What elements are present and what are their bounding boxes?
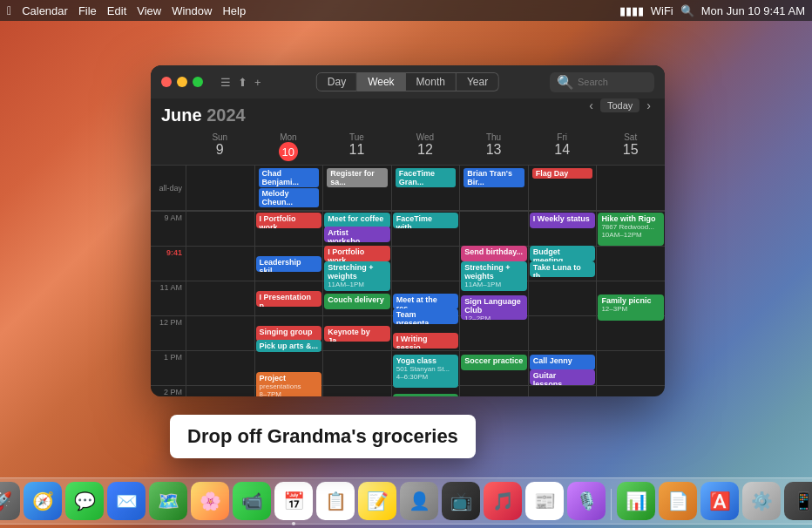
allday-event-register[interactable]: Register for sa... bbox=[327, 168, 388, 187]
appstore-icon: 🅰️ bbox=[709, 491, 731, 511]
day-header-tue: Tue 11 bbox=[322, 129, 391, 165]
col-sun bbox=[186, 211, 254, 396]
dock-item-pages[interactable]: 📄 bbox=[659, 482, 697, 520]
pages-icon: 📄 bbox=[667, 491, 689, 511]
allday-label: all-day bbox=[151, 166, 186, 210]
dock-item-messages[interactable]: 💬 bbox=[65, 482, 104, 520]
view-tabs: Day Week Month Year bbox=[316, 72, 499, 91]
event-facetime-with[interactable]: FaceTime with... bbox=[393, 213, 459, 228]
close-button[interactable] bbox=[161, 77, 172, 87]
dock-item-tv[interactable]: 📺 bbox=[442, 482, 480, 520]
tab-day[interactable]: Day bbox=[316, 72, 357, 91]
menu-window[interactable]: Window bbox=[172, 4, 212, 17]
event-portfolio-work-tue[interactable]: I Portfolio work... bbox=[324, 246, 390, 261]
window-controls bbox=[161, 77, 203, 87]
allday-sun bbox=[186, 166, 254, 210]
tv-icon: 📺 bbox=[450, 491, 472, 511]
dock-item-reminders[interactable]: 📋 bbox=[316, 482, 355, 520]
event-keynote-by-ja[interactable]: Keynote by Ja... bbox=[324, 326, 390, 342]
today-button[interactable]: Today bbox=[600, 98, 639, 112]
menu-edit[interactable]: Edit bbox=[107, 4, 126, 17]
event-budget-meeting[interactable]: Budget meeting bbox=[530, 246, 596, 261]
event-pick-up-arts[interactable]: Pick up arts &... bbox=[256, 340, 322, 352]
allday-sat bbox=[596, 166, 665, 210]
event-artist-workshop[interactable]: Artist worksho... bbox=[324, 227, 390, 242]
app-name[interactable]: Calendar bbox=[22, 4, 68, 17]
allday-thu: Brian Tran's Bir... bbox=[459, 166, 528, 210]
col-thu: Send birthday... Stretching + weights 11… bbox=[459, 211, 528, 396]
menubar-right: ▮▮▮▮ WiFi 🔍 Mon Jun 10 9:41 AM bbox=[619, 4, 805, 17]
event-project-presentations[interactable]: Project presentations 8–7PM bbox=[256, 372, 322, 396]
notes-icon: 📝 bbox=[367, 491, 389, 511]
minimize-button[interactable] bbox=[177, 77, 187, 87]
menu-file[interactable]: File bbox=[78, 4, 97, 17]
event-writing-sessio[interactable]: I Writing sessio... bbox=[393, 333, 459, 349]
music-icon: 🎵 bbox=[492, 491, 514, 511]
event-meet-at-res[interactable]: Meet at the res... bbox=[393, 294, 459, 309]
dock-item-launchpad[interactable]: 🚀 bbox=[0, 482, 20, 520]
event-take-luna[interactable]: Take Luna to th... bbox=[530, 261, 596, 277]
event-yoga-class[interactable]: Yoga class 501 Stanyan St... 4–6:30PM bbox=[393, 355, 459, 388]
prev-button[interactable]: ‹ bbox=[585, 98, 597, 114]
event-stretching-weights-tue[interactable]: Stretching + weights 11AM–1PM bbox=[324, 261, 390, 291]
event-sign-language[interactable]: Sign Language Club 12–2PM bbox=[461, 295, 527, 320]
dock-item-numbers[interactable]: 📊 bbox=[617, 482, 655, 520]
dock-item-podcasts[interactable]: 🎙️ bbox=[567, 482, 606, 520]
apple-logo-icon[interactable]:  bbox=[7, 3, 11, 17]
menu-view[interactable]: View bbox=[137, 4, 161, 17]
allday-event-brian[interactable]: Brian Tran's Bir... bbox=[464, 168, 524, 187]
contacts-icon: 👤 bbox=[409, 491, 430, 511]
event-hike-rigo[interactable]: Hike with Rigo 7867 Redwood... 10AM–12PM bbox=[598, 213, 664, 246]
col-tue: Meet for coffee Artist worksho... I Port… bbox=[322, 211, 391, 396]
time-grid[interactable]: 9 AM 9:41 11 AM 12 PM 1 PM 2 PM 3 PM 4 P… bbox=[151, 211, 665, 396]
event-drop-off-grandma[interactable]: Drop off Grandma's groceries bbox=[393, 394, 459, 396]
dock-item-maps[interactable]: 🗺️ bbox=[149, 482, 187, 520]
tab-week[interactable]: Week bbox=[357, 72, 405, 91]
event-couch-delivery[interactable]: Couch delivery bbox=[324, 294, 390, 309]
maximize-button[interactable] bbox=[193, 77, 203, 87]
dock-item-facetime[interactable]: 📹 bbox=[233, 482, 271, 520]
dock-item-music[interactable]: 🎵 bbox=[484, 482, 522, 520]
dock-item-mail[interactable]: ✉️ bbox=[107, 482, 145, 520]
dock-item-news[interactable]: 📰 bbox=[525, 482, 564, 520]
sidebar-toggle-icon[interactable]: ☰ bbox=[220, 76, 231, 89]
numbers-icon: 📊 bbox=[626, 491, 647, 511]
add-event-icon[interactable]: + bbox=[254, 76, 261, 89]
event-team-presenta[interactable]: Team presenta... bbox=[393, 308, 459, 324]
allday-event-chad[interactable]: Chad Benjami... bbox=[259, 168, 320, 187]
day-header-thu: Thu 13 bbox=[459, 129, 528, 165]
allday-event-melody[interactable]: Melody Cheun... bbox=[259, 188, 320, 207]
dock-item-sysprefs[interactable]: ⚙️ bbox=[742, 482, 781, 520]
dock-item-photos[interactable]: 🌸 bbox=[191, 482, 229, 520]
event-portfolio-work-mon1[interactable]: I Portfolio work... bbox=[256, 213, 322, 228]
sysprefs-icon: ⚙️ bbox=[751, 491, 773, 511]
search-input[interactable] bbox=[578, 77, 647, 87]
menu-help[interactable]: Help bbox=[222, 4, 246, 17]
dock-item-appstore[interactable]: 🅰️ bbox=[700, 482, 739, 520]
titlebar-icons: ☰ ⬆ + bbox=[220, 76, 261, 89]
dock-item-calendar[interactable]: 📅 bbox=[274, 482, 313, 520]
dock-item-iphone[interactable]: 📱 bbox=[784, 482, 812, 520]
dock-item-safari[interactable]: 🧭 bbox=[24, 482, 62, 520]
event-call-jenny[interactable]: Call Jenny bbox=[530, 355, 596, 370]
event-leadership[interactable]: Leadership skil... bbox=[256, 256, 322, 272]
dock-item-contacts[interactable]: 👤 bbox=[400, 482, 438, 520]
event-soccer-practice[interactable]: Soccer practice bbox=[461, 355, 527, 370]
next-button[interactable]: › bbox=[643, 98, 654, 114]
event-family-picnic[interactable]: Family picnic 12–3PM bbox=[598, 294, 664, 321]
search-box[interactable]: 🔍 bbox=[550, 72, 654, 92]
event-guitar-lessons[interactable]: Guitar lessons... bbox=[530, 369, 596, 385]
event-stretching-weights-thu[interactable]: Stretching + weights 11AM–1PM bbox=[461, 261, 527, 291]
window-titlebar: ☰ ⬆ + Day Week Month Year 🔍 bbox=[151, 65, 665, 98]
search-menubar-icon[interactable]: 🔍 bbox=[680, 4, 694, 17]
calendar-window: ☰ ⬆ + Day Week Month Year 🔍 June bbox=[151, 65, 665, 396]
tab-year[interactable]: Year bbox=[457, 72, 499, 91]
event-send-birthday[interactable]: Send birthday... bbox=[461, 246, 527, 261]
dock-item-notes[interactable]: 📝 bbox=[358, 482, 396, 520]
event-weekly-status[interactable]: I Weekly status bbox=[530, 213, 596, 228]
allday-event-flag[interactable]: Flag Day bbox=[532, 168, 593, 179]
tab-month[interactable]: Month bbox=[406, 72, 457, 91]
share-icon[interactable]: ⬆ bbox=[238, 76, 247, 89]
allday-event-facetime-gran[interactable]: FaceTime Gran... bbox=[396, 168, 457, 187]
event-presentation-p[interactable]: I Presentation p... bbox=[256, 291, 322, 307]
